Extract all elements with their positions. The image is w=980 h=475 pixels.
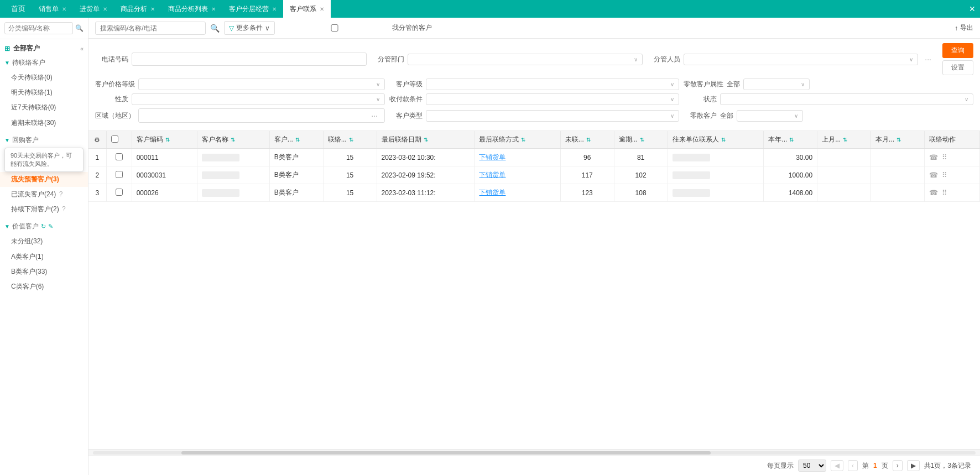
tab-customer-contact[interactable]: 客户联系 ✕: [283, 0, 331, 18]
sidebar-item-declining[interactable]: 持续下滑客户(2) ?: [0, 202, 88, 217]
th-overdue[interactable]: 逾期... ⇅: [614, 131, 668, 149]
row-checkbox-2[interactable]: [116, 171, 123, 178]
th-this-month[interactable]: 本月... ⇅: [871, 131, 925, 149]
sidebar-item-churned[interactable]: 已流失客户(24) ?: [0, 187, 88, 202]
action-more-icon-1[interactable]: ⠿: [942, 153, 947, 161]
sidebar-item-c-class[interactable]: C类客户(6): [0, 279, 88, 294]
tab-customer-tier[interactable]: 客户分层经营 ✕: [222, 0, 283, 18]
region-more-dots[interactable]: ···: [369, 111, 380, 120]
close-all-button[interactable]: ✕: [969, 4, 976, 13]
th-level-sort-icon: ⇅: [295, 137, 300, 143]
sidebar-item-ungrouped[interactable]: 未分组(32): [0, 234, 88, 249]
search-input[interactable]: [95, 22, 206, 35]
action-contact-icon-2[interactable]: ☎: [929, 171, 938, 179]
toolbar-search-icon[interactable]: 🔍: [210, 24, 220, 33]
tab-goods-analysis-close[interactable]: ✕: [150, 6, 155, 12]
tab-goods-list-close[interactable]: ✕: [211, 6, 216, 12]
td-checkbox-1[interactable]: [106, 149, 132, 166]
th-last-month[interactable]: 上月... ⇅: [817, 131, 871, 149]
last-method-link-3[interactable]: 下销货单: [479, 189, 505, 196]
region-select[interactable]: ···: [138, 108, 385, 123]
first-page-button[interactable]: ◀: [831, 460, 843, 471]
payment-select[interactable]: ∨: [426, 93, 679, 105]
th-uncontacted[interactable]: 未联... ⇅: [560, 131, 614, 149]
th-this-year[interactable]: 本年... ⇅: [764, 131, 817, 149]
filter-more-btn[interactable]: ▽ 更多条件 ∨: [224, 21, 275, 35]
row-checkbox-1[interactable]: [116, 153, 123, 160]
td-last-method-2[interactable]: 下销货单: [475, 166, 560, 184]
th-name[interactable]: 客户名称 ⇅: [197, 131, 270, 149]
per-page-select[interactable]: 50 20 100: [798, 460, 826, 472]
scrollbar-track[interactable]: [93, 451, 976, 455]
tab-sales-close[interactable]: ✕: [62, 6, 66, 12]
customer-type-select[interactable]: ∨: [426, 110, 679, 122]
sidebar-search-input[interactable]: [4, 22, 73, 34]
td-checkbox-3[interactable]: [106, 184, 132, 202]
horizontal-scrollbar[interactable]: [88, 449, 980, 456]
sidebar-group-value-title[interactable]: ▼ 价值客户 ↻ ✎: [0, 219, 88, 234]
dept-select[interactable]: ∨: [408, 54, 643, 65]
next-page-button[interactable]: ›: [893, 460, 903, 471]
sidebar-item-tomorrow[interactable]: 明天待联络(1): [0, 85, 88, 100]
th-contact[interactable]: 联络... ⇅: [323, 131, 377, 149]
sidebar-item-today[interactable]: 今天待联络(0): [0, 70, 88, 85]
row-checkbox-3[interactable]: [116, 189, 123, 196]
action-contact-icon-1[interactable]: ☎: [929, 153, 938, 161]
last-page-button[interactable]: ▶: [907, 460, 920, 471]
filter-more-dots[interactable]: ···: [922, 55, 934, 64]
sidebar-item-a-class[interactable]: A类客户(1): [0, 249, 88, 264]
price-level-select[interactable]: ∨: [138, 79, 385, 90]
last-method-link-2[interactable]: 下销货单: [479, 171, 505, 179]
action-contact-icon-3[interactable]: ☎: [929, 189, 938, 197]
tab-sales-label: 销售单: [39, 4, 59, 14]
th-code[interactable]: 客户编码 ⇅: [132, 131, 197, 149]
th-last-method[interactable]: 最后联络方式 ⇅: [475, 131, 560, 149]
action-more-icon-3[interactable]: ⠿: [942, 189, 947, 197]
sidebar-search-icon[interactable]: 🔍: [75, 24, 84, 32]
scrollbar-thumb[interactable]: [181, 451, 711, 455]
sidebar-item-overdue[interactable]: 逾期未联络(30): [0, 116, 88, 131]
td-last-method-3[interactable]: 下销货单: [475, 184, 560, 202]
export-button[interactable]: ↑ 导出: [955, 23, 973, 33]
value-edit-icon[interactable]: ✎: [48, 223, 53, 230]
phone-input[interactable]: [132, 53, 367, 66]
prev-page-button[interactable]: ‹: [848, 460, 858, 471]
sidebar-item-b-class[interactable]: B类客户(33): [0, 264, 88, 279]
person-select[interactable]: ∨: [684, 54, 919, 65]
th-level[interactable]: 客户... ⇅: [269, 131, 323, 149]
th-unit-contacts[interactable]: 往来单位联系人 ⇅: [668, 131, 764, 149]
my-customers-checkbox-label[interactable]: 我分管的客户: [279, 23, 432, 33]
tab-purchase[interactable]: 进货单 ✕: [73, 0, 114, 18]
th-last-contact-date[interactable]: 最后联络日期 ⇅: [377, 131, 475, 149]
nature-select[interactable]: ∨: [132, 93, 385, 105]
query-button[interactable]: 查询: [942, 43, 973, 58]
sidebar-group-repurchase-title[interactable]: ▼ 回购客户: [0, 133, 88, 148]
tab-goods-list[interactable]: 商品分析列表 ✕: [161, 0, 222, 18]
retail-select[interactable]: ∨: [737, 110, 803, 122]
sidebar-all-customers[interactable]: ⊞ 全部客户 «: [0, 39, 88, 55]
tab-customer-contact-close[interactable]: ✕: [320, 6, 324, 12]
customer-level-select[interactable]: ∨: [426, 79, 679, 90]
tab-goods-analysis[interactable]: 商品分析 ✕: [114, 0, 161, 18]
retail-attr-select[interactable]: ∨: [743, 79, 810, 90]
th-code-sort-icon: ⇅: [165, 137, 170, 143]
sidebar-group-pending-title[interactable]: ▼ 待联络客户: [0, 55, 88, 70]
nav-home[interactable]: 首页: [4, 4, 32, 14]
select-all-checkbox[interactable]: [111, 135, 118, 143]
td-checkbox-2[interactable]: [106, 166, 132, 184]
sidebar-item-7days[interactable]: 近7天待联络(0): [0, 100, 88, 115]
th-checkbox[interactable]: [106, 131, 132, 149]
tab-sales[interactable]: 销售单 ✕: [32, 0, 73, 18]
my-customers-checkbox[interactable]: [279, 24, 390, 32]
tab-purchase-close[interactable]: ✕: [103, 6, 107, 12]
settings-button[interactable]: 设置: [942, 60, 973, 75]
status-select[interactable]: ∨: [720, 93, 973, 105]
tab-customer-tier-close[interactable]: ✕: [272, 6, 277, 12]
value-refresh-icon[interactable]: ↻: [41, 223, 46, 230]
th-last-month-label: 上月...: [822, 135, 841, 144]
th-gear[interactable]: ⚙: [88, 131, 106, 149]
last-method-link-1[interactable]: 下销货单: [479, 153, 505, 161]
sidebar-item-churn-warning[interactable]: 流失预警客户(3): [0, 172, 88, 187]
action-more-icon-2[interactable]: ⠿: [942, 171, 947, 179]
td-last-method-1[interactable]: 下销货单: [475, 149, 560, 166]
